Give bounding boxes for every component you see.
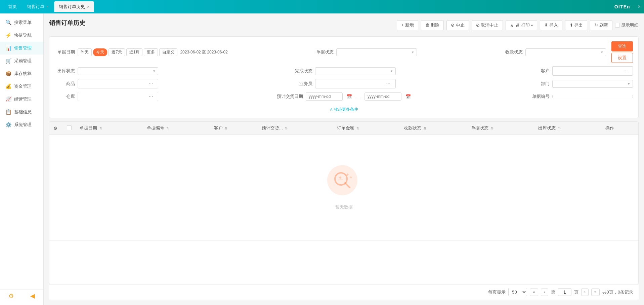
th-customer[interactable]: 客户 ⇅ <box>210 122 258 135</box>
sidebar-item-inventory[interactable]: 📦 库存核算 <box>0 67 43 80</box>
gear-icon: ⚙ <box>53 126 57 131</box>
svg-point-2 <box>339 177 341 179</box>
doc-status-select[interactable]: ▾ <box>336 48 417 56</box>
tab-home[interactable]: 首页 <box>3 1 22 12</box>
sort-customer-icon: ⇅ <box>225 126 227 130</box>
th-doc-date[interactable]: 单据日期 ⇅ <box>76 122 143 135</box>
tab-sales-order-history[interactable]: 销售订单历史 × <box>54 1 94 12</box>
date-btn-today[interactable]: 今天 <box>93 48 107 56</box>
th-action: 操作 <box>601 122 638 135</box>
sidebar-item-purchase-mgmt[interactable]: 🛒 采购管理 <box>0 54 43 67</box>
last-page-button[interactable]: » <box>591 289 600 296</box>
th-doc-status-label: 单据状态 <box>471 125 488 130</box>
print-chevron: ▾ <box>531 24 533 27</box>
date-btn-yesterday[interactable]: 昨天 <box>78 48 92 56</box>
doc-number-input[interactable] <box>552 95 633 98</box>
page-number-input[interactable] <box>558 288 571 296</box>
filter-collapse-row: ∧ 收起更多条件 <box>55 105 633 113</box>
dept-label: 部门 <box>529 81 550 87</box>
customer-select[interactable]: ··· <box>552 66 633 76</box>
salesperson-select[interactable]: ··· <box>315 79 396 88</box>
complete-status-select[interactable]: ▾ <box>315 67 396 75</box>
table-header-row: ⚙ 单据日期 ⇅ 单据编号 ⇅ <box>49 122 638 135</box>
warehouse-label: 仓库 <box>55 93 75 100</box>
window-close-button[interactable]: × <box>638 4 641 10</box>
sidebar-item-sales-mgmt-label: 销售管理 <box>14 45 32 51</box>
goods-dots[interactable]: ··· <box>147 81 155 87</box>
stop-button[interactable]: ⊘ 中止 <box>446 20 469 30</box>
tab-sales-order-close[interactable]: × <box>46 4 49 9</box>
date-btn-1month[interactable]: 近1月 <box>126 48 143 56</box>
salesperson-dots[interactable]: ··· <box>384 81 392 87</box>
date-btn-custom[interactable]: 自定义 <box>159 48 177 56</box>
th-warehouse-status[interactable]: 出库状态 ⇅ <box>534 122 601 135</box>
sort-order-amount-icon: ⇅ <box>356 126 359 130</box>
tab-sales-order[interactable]: 销售订单 × <box>22 1 53 12</box>
display-toggle-checkbox[interactable] <box>615 23 620 28</box>
sort-expected-delivery-icon: ⇅ <box>285 126 288 130</box>
dept-select[interactable]: ▾ <box>552 80 633 88</box>
filter-row-4: 仓库 ··· 预计交货日期 📅 — 📅 单据编号 <box>55 92 633 101</box>
salesperson-label: 业务员 <box>292 81 312 87</box>
empty-state-cell: ✦ ✦ 暂无数据 <box>49 135 638 241</box>
top-bar: 首页 销售订单 × 销售订单历史 × OfTEn × <box>0 0 644 13</box>
inventory-icon: 📦 <box>5 71 11 77</box>
settings-button[interactable]: 设置 <box>611 53 633 63</box>
sidebar-item-system[interactable]: ⚙️ 系统管理 <box>0 118 43 131</box>
sidebar-item-finance-label: 资金管理 <box>14 83 32 89</box>
print-button[interactable]: 🖨 🖨 打印 ▾ <box>506 20 538 30</box>
date-btn-7days[interactable]: 近7天 <box>109 48 125 56</box>
th-gear[interactable]: ⚙ <box>49 122 63 135</box>
expected-date-end-input[interactable] <box>364 92 401 101</box>
query-button[interactable]: 查询 <box>611 41 633 51</box>
sidebar-item-quick-nav[interactable]: ⚡ 快捷导航 <box>0 29 43 42</box>
svg-text:✦: ✦ <box>349 175 352 180</box>
date-btn-more[interactable]: 更多 <box>144 48 158 56</box>
tab-home-label: 首页 <box>8 4 17 10</box>
th-doc-status[interactable]: 单据状态 ⇅ <box>467 122 534 135</box>
th-expected-delivery[interactable]: 预计交货... ⇅ <box>258 122 333 135</box>
payment-status-select[interactable]: ▾ <box>525 48 606 56</box>
sidebar-item-operations[interactable]: 📈 经营管理 <box>0 93 43 106</box>
collapse-button[interactable]: ∧ 收起更多条件 <box>55 107 633 112</box>
sidebar-settings-button[interactable]: ⚙ <box>8 292 14 300</box>
doc-number-label: 单据编号 <box>529 93 550 100</box>
sidebar-item-finance[interactable]: 💰 资金管理 <box>0 80 43 93</box>
th-payment-status[interactable]: 收款状态 ⇅ <box>400 122 467 135</box>
th-checkbox[interactable] <box>63 122 76 135</box>
sidebar-item-search-menu[interactable]: 🔍 搜索菜单 <box>0 16 43 29</box>
pagination-bar: 每页显示 50 20 100 « ‹ 第 页 › » 共0页，0条记录 <box>49 284 639 300</box>
print-icon: 🖨 <box>510 23 514 28</box>
calendar-end-icon[interactable]: 📅 <box>405 94 411 99</box>
warehouse-dots[interactable]: ··· <box>147 93 155 100</box>
next-page-button[interactable]: › <box>581 289 589 296</box>
empty-circle: ✦ ✦ <box>327 165 357 195</box>
sidebar-item-base-info[interactable]: 📋 基础信息 <box>0 106 43 118</box>
sidebar-item-sales-mgmt[interactable]: 📊 销售管理 <box>0 42 43 54</box>
first-page-button[interactable]: « <box>530 289 538 296</box>
warehouse-select[interactable]: ··· <box>78 92 158 101</box>
tab-sales-order-history-close[interactable]: × <box>87 4 89 9</box>
cancel-stop-button[interactable]: ⊘ 取消中止 <box>472 20 503 30</box>
export-button[interactable]: ⬆ 导出 <box>565 20 588 30</box>
new-button[interactable]: + 新增 <box>397 20 418 30</box>
calendar-start-icon[interactable]: 📅 <box>347 94 352 99</box>
customer-dots[interactable]: ··· <box>621 68 630 74</box>
sidebar-item-inventory-label: 库存核算 <box>14 71 32 77</box>
expected-date-start-input[interactable] <box>306 92 343 101</box>
display-toggle[interactable]: 显示明细 <box>615 22 639 28</box>
operations-icon: 📈 <box>5 96 11 102</box>
import-button[interactable]: ⬇ 导入 <box>540 20 562 30</box>
select-all-checkbox[interactable] <box>67 125 72 130</box>
th-order-amount[interactable]: 订单金额 ⇅ <box>333 122 400 135</box>
goods-select[interactable]: ··· <box>78 79 158 88</box>
delete-button[interactable]: 🗑 删除 <box>421 20 444 30</box>
warehouse-status-select[interactable]: ▾ <box>78 67 158 75</box>
sidebar-collapse-button[interactable]: ◀ <box>30 292 35 300</box>
page-size-select[interactable]: 50 20 100 <box>508 288 527 296</box>
th-doc-number[interactable]: 单据编号 ⇅ <box>143 122 210 135</box>
prev-page-button[interactable]: ‹ <box>541 289 548 296</box>
sales-mgmt-icon: 📊 <box>5 45 11 51</box>
empty-icon-container: ✦ ✦ <box>327 165 361 199</box>
refresh-button[interactable]: ↻ 刷新 <box>590 20 612 30</box>
